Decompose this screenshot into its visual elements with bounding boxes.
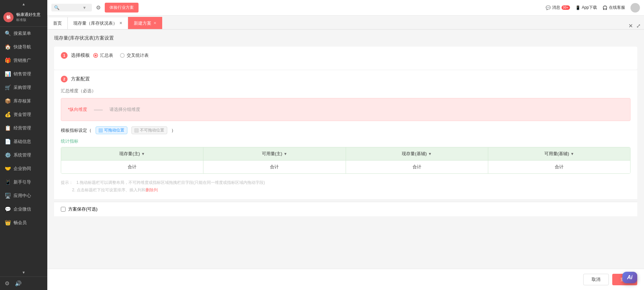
sidebar-item-finance[interactable]: 💰 资金管理	[0, 108, 47, 121]
panel-close-icon[interactable]: ✕	[628, 23, 633, 29]
app-name: 畅康通好生意	[16, 12, 41, 18]
logo-icon: 畅	[3, 12, 14, 22]
sidebar-item-appcenter[interactable]: 🖥️ 应用中心	[0, 189, 47, 202]
handshake-icon: 🤝	[5, 166, 11, 172]
search-box[interactable]: 🔍 ▼	[51, 4, 92, 11]
dimension-box[interactable]: *纵向维度 —— 请选择分组维度	[61, 98, 630, 121]
sidebar-item-newbie[interactable]: 📱 新手引导	[0, 175, 47, 189]
step2-badge: 2	[61, 76, 68, 82]
step1-badge: 1	[61, 52, 68, 59]
volume-icon[interactable]: 🔊	[15, 280, 22, 287]
stats-cell-0-2: 合计	[346, 161, 488, 173]
sidebar-item-inventory[interactable]: 📦 库存核算	[0, 94, 47, 108]
sidebar-item-label: 库存核算	[14, 98, 31, 104]
sidebar-item-label: 营销推广	[14, 57, 31, 64]
save-option-section: 方案保存(可选)	[54, 202, 637, 216]
app-download-button[interactable]: 📱 App下载	[575, 5, 597, 10]
trial-button[interactable]: 体验行业方案	[105, 3, 139, 13]
user-avatar[interactable]	[630, 3, 640, 13]
message-icon: 💬	[546, 5, 551, 10]
sidebar-item-label: 系统管理	[14, 152, 31, 158]
sidebar-item-operation[interactable]: 📋 经营管理	[0, 121, 47, 135]
main-content: 🔍 ▼ ⚙ 体验行业方案 💬 消息 99+ 📱 App下载 🎧 在线客服	[47, 0, 644, 290]
sidebar-item-label: 资金管理	[14, 112, 31, 118]
sidebar-nav: 🔍 搜索菜单 🏠 快捷导航 🎁 营销推广 📊 销售管理 🛒 采购管理 📦 库存核…	[0, 27, 47, 268]
summary-dimension-label: 汇总维度（必选）	[61, 88, 630, 94]
sidebar-item-label: 销售管理	[14, 71, 31, 77]
radio-summary[interactable]: 汇总表	[93, 52, 113, 58]
sidebar-item-search[interactable]: 🔍 搜索菜单	[0, 27, 47, 40]
sidebar: ▲ 畅 畅康通好生意 标准版 🔍 搜索菜单 🏠 快捷导航 🎁 营销推广 📊 销售…	[0, 0, 47, 290]
stats-title: 统计指标	[61, 138, 630, 144]
tips-section: 提示： 1.拖动标题栏可以调整布局，不可跨维度或指标区域拖拽栏目字段(只能在同一…	[61, 179, 630, 194]
stats-cell-0-0: 合计	[61, 161, 203, 173]
radio-summary-label: 汇总表	[100, 52, 113, 58]
tip-item-0: 提示： 1.拖动标题栏可以调整布局，不可跨维度或指标区域拖拽栏目字段(只能在同一…	[61, 179, 630, 187]
sidebar-item-enterprise[interactable]: 🤝 企业协同	[0, 162, 47, 175]
sidebar-item-sales[interactable]: 📊 销售管理	[0, 67, 47, 81]
tab-inventory-close-icon[interactable]: ✕	[119, 21, 122, 25]
stats-col-1-chevron[interactable]: ▼	[283, 152, 287, 156]
tab-home-label: 首页	[53, 20, 62, 26]
tab-inventory-status[interactable]: 现存量（库存状况表） ✕	[68, 17, 128, 29]
tab-new-plan[interactable]: 新建方案 ✕	[128, 17, 162, 29]
search-dropdown-icon[interactable]: ▼	[82, 5, 86, 10]
stats-col-3-chevron[interactable]: ▼	[570, 152, 574, 156]
radio-cross-label: 交叉统计表	[127, 52, 149, 58]
sidebar-item-label: 基础信息	[14, 139, 31, 145]
sidebar-item-wechat[interactable]: 💬 企业微信	[0, 202, 47, 216]
sidebar-scroll-up[interactable]: ▲	[0, 0, 47, 8]
sidebar-scroll-down[interactable]: ▼	[0, 268, 47, 276]
save-checkbox[interactable]	[61, 207, 66, 212]
sidebar-item-member[interactable]: 👑 畅会员	[0, 216, 47, 229]
page-title: 现存量(库存状况表)方案设置	[54, 35, 637, 41]
footer-bar: 取消 查询	[47, 269, 644, 290]
sidebar-item-purchase[interactable]: 🛒 采购管理	[0, 81, 47, 94]
headphone-icon: 🎧	[602, 5, 608, 10]
stats-col-2-chevron[interactable]: ▼	[428, 152, 432, 156]
stats-cell-0-3: 合计	[488, 161, 630, 173]
home-icon: 🏠	[5, 44, 11, 50]
stats-table-header: 现存量(主) ▼ 可用量(主) ▼ 现存量(基辅) ▼ 可用量(基辅)	[61, 147, 630, 160]
sidebar-item-label: 畅会员	[14, 220, 27, 226]
radio-cross[interactable]: 交叉统计表	[120, 52, 149, 58]
online-service-label: 在线客服	[609, 5, 625, 10]
stats-col-2[interactable]: 现存量(基辅) ▼	[346, 147, 488, 160]
stats-col-0-label: 现存量(主)	[119, 151, 140, 157]
vertical-dim-label: *纵向维度	[68, 106, 87, 113]
indicator-settings: 模板指标设定（ 可拖动位置 不可拖动位置 ）	[61, 126, 630, 134]
sidebar-item-label: 应用中心	[14, 193, 31, 199]
sidebar-item-shortcut[interactable]: 🏠 快捷导航	[0, 40, 47, 54]
message-badge: 99+	[562, 5, 570, 10]
settings-gear-icon[interactable]: ⚙	[96, 4, 101, 11]
sidebar-footer: ⚙ 🔊	[0, 276, 47, 290]
money-icon: 💰	[5, 112, 11, 118]
doc-icon: 📄	[5, 139, 11, 145]
stats-col-3[interactable]: 可用量(基辅) ▼	[488, 147, 630, 160]
search-input[interactable]	[61, 5, 81, 10]
tab-home[interactable]: 首页	[47, 17, 68, 29]
step1-title: 选择模板	[71, 52, 90, 58]
panel-expand-icon[interactable]: ⤢	[636, 23, 641, 29]
stats-cell-0-1: 合计	[203, 161, 346, 173]
stats-col-1[interactable]: 可用量(主) ▼	[203, 147, 346, 160]
stats-col-0[interactable]: 现存量(主) ▼	[61, 147, 203, 160]
sidebar-item-system[interactable]: ⚙️ 系统管理	[0, 148, 47, 162]
search-icon: 🔍	[5, 30, 11, 37]
sidebar-item-label: 快捷导航	[14, 44, 31, 50]
cancel-button[interactable]: 取消	[583, 274, 609, 285]
sidebar-item-basic[interactable]: 📄 基础信息	[0, 135, 47, 148]
online-service-button[interactable]: 🎧 在线客服	[602, 5, 625, 10]
radio-cross-dot	[120, 53, 125, 58]
message-button[interactable]: 💬 消息 99+	[546, 5, 570, 10]
draggable-box	[99, 128, 103, 132]
sidebar-item-marketing[interactable]: 🎁 营销推广	[0, 54, 47, 67]
topbar: 🔍 ▼ ⚙ 体验行业方案 💬 消息 99+ 📱 App下载 🎧 在线客服	[47, 0, 644, 16]
mobile-icon: 📱	[5, 179, 11, 185]
search-icon: 🔍	[54, 5, 59, 10]
tab-new-plan-close-icon[interactable]: ✕	[153, 21, 156, 25]
sidebar-item-label: 经营管理	[14, 125, 31, 131]
ai-badge[interactable]: Ai	[622, 272, 637, 283]
settings-icon[interactable]: ⚙	[5, 280, 9, 287]
stats-col-0-chevron[interactable]: ▼	[141, 152, 145, 156]
